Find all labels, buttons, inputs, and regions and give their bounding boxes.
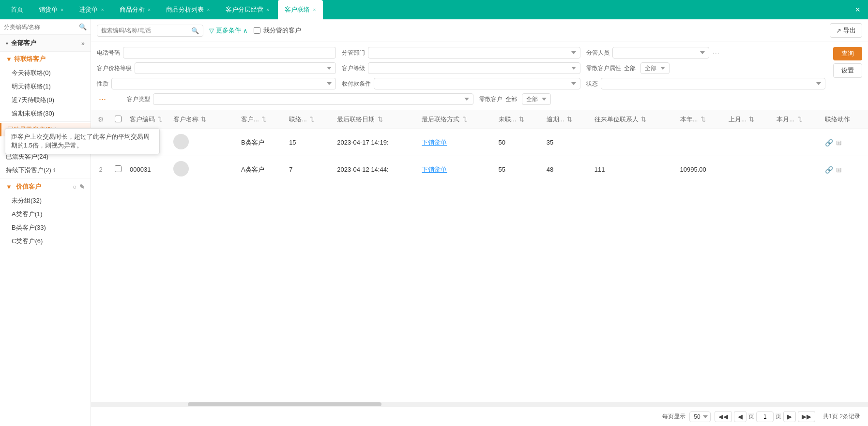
last-page-btn[interactable]: ▶▶ (798, 411, 815, 422)
table-settings-icon[interactable]: ⚙ (98, 116, 104, 123)
nav-home[interactable]: 首页 (4, 0, 30, 19)
sidebar-item-overdue[interactable]: 逾期未联络(30) (0, 107, 91, 120)
h-scroll-thumb[interactable] (188, 402, 381, 406)
horizontal-scrollbar[interactable] (91, 402, 868, 407)
sidebar-group-pending[interactable]: ▼ 待联络客户 (0, 52, 91, 66)
nav-product-list-close[interactable]: × (207, 7, 210, 13)
col-name-header[interactable]: 客户名称 ⇅ (169, 110, 237, 129)
col-contact-sort[interactable]: ⇅ (309, 116, 315, 123)
col-code-header[interactable]: 客户编码 ⇅ (126, 110, 169, 129)
settings-button[interactable]: 设置 (833, 63, 862, 78)
first-page-btn[interactable]: ◀◀ (715, 411, 732, 422)
value-settings-icon[interactable]: ✎ (79, 183, 85, 191)
col-last-month-header[interactable]: 上月... ⇅ (725, 110, 773, 129)
sidebar-group-value[interactable]: ▼ 价值客户 ○ ✎ (0, 179, 91, 194)
row-2-not-contact-text: 55 (499, 166, 505, 173)
filter-person-select[interactable] (612, 47, 709, 59)
window-close-button[interactable]: × (851, 5, 864, 15)
nav-customer-tier[interactable]: 客户分层经营 × (219, 0, 276, 19)
col-unit-contact-sort[interactable]: ⇅ (641, 116, 646, 123)
col-this-month-sort[interactable]: ⇅ (797, 116, 803, 123)
nav-customer-contact-close[interactable]: × (313, 7, 316, 13)
per-page-select[interactable]: 50 (689, 411, 711, 422)
col-last-date-header[interactable]: 最后联络日期 ⇅ (333, 110, 418, 129)
export-button[interactable]: ↗ 导出 (830, 23, 862, 38)
sidebar-item-today[interactable]: 今天待联络(0) (0, 66, 91, 80)
sidebar-item-class-b[interactable]: B类客户(33) (0, 221, 91, 235)
row-2-last-method-link[interactable]: 下销货单 (422, 166, 447, 173)
col-code-label: 客户编码 (130, 116, 155, 123)
row-1-overdue: 35 (543, 129, 591, 156)
col-last-method-sort[interactable]: ⇅ (462, 116, 468, 123)
filter-price-tier-select[interactable] (135, 62, 336, 74)
col-overdue-sort[interactable]: ⇅ (567, 116, 572, 123)
col-this-year-header[interactable]: 本年... ⇅ (676, 110, 725, 129)
row-1-link-icon[interactable]: 🔗 (825, 139, 833, 147)
col-this-month-header[interactable]: 本月... ⇅ (773, 110, 821, 129)
sidebar-search-icon[interactable]: 🔍 (79, 23, 87, 30)
filter-retail-attr-select[interactable]: 全部 (640, 62, 670, 74)
filter-customer-type-select[interactable] (153, 93, 473, 105)
filter-customer-grade-select[interactable] (368, 62, 581, 74)
sidebar-item-class-c[interactable]: C类客户(6) (0, 235, 91, 248)
row-2-action-icons: 🔗 ⊞ (825, 166, 864, 174)
more-conditions-btn[interactable]: ▽ 更多条件 ∧ (209, 26, 248, 35)
col-not-contact-sort[interactable]: ⇅ (519, 116, 524, 123)
filter-more-btn[interactable]: ··· (97, 94, 108, 104)
filter-payment-select[interactable] (374, 78, 581, 89)
row-1-last-method-link[interactable]: 下销货单 (422, 139, 447, 146)
col-code-sort[interactable]: ⇅ (157, 116, 163, 123)
my-customers-checkbox[interactable] (254, 27, 260, 34)
filter-status-select[interactable] (601, 78, 825, 89)
select-all-checkbox[interactable] (115, 116, 122, 122)
nav-customer-tier-close[interactable]: × (266, 7, 269, 13)
all-customers-header[interactable]: ▪ 全部客户 » (0, 35, 91, 52)
nav-sales[interactable]: 销货单 × (32, 0, 70, 19)
col-name-sort[interactable]: ⇅ (201, 116, 206, 123)
col-type-sort[interactable]: ⇅ (261, 116, 267, 123)
nav-sales-close[interactable]: × (61, 7, 63, 13)
filter-person-more[interactable]: ··· (712, 48, 719, 58)
customer-search-input[interactable] (101, 27, 188, 34)
nav-product-list[interactable]: 商品分析列表 × (159, 0, 216, 19)
prev-page-btn[interactable]: ◀ (734, 411, 746, 422)
col-last-method-header[interactable]: 最后联络方式 ⇅ (418, 110, 494, 129)
row-1-not-contact-text: 50 (499, 139, 505, 146)
row-2-checkbox[interactable] (115, 165, 122, 172)
nav-customer-contact[interactable]: 客户联络 × (278, 0, 322, 19)
row-2-grid-icon[interactable]: ⊞ (836, 166, 842, 174)
row-2-link-icon[interactable]: 🔗 (825, 166, 833, 174)
nav-product-analysis[interactable]: 商品分析 × (113, 0, 157, 19)
nav-purchase-close[interactable]: × (101, 7, 104, 13)
filter-retail-select[interactable]: 全部 (522, 93, 551, 105)
col-unit-contact-header[interactable]: 往来单位联系人 ⇅ (591, 110, 676, 129)
sidebar-item-tomorrow[interactable]: 明天待联络(1) (0, 80, 91, 93)
col-last-month-sort[interactable]: ⇅ (749, 116, 754, 123)
page-input[interactable] (756, 411, 774, 422)
value-edit-icon[interactable]: ○ (73, 183, 76, 191)
sidebar-item-declining[interactable]: 持续下滑客户(2) ℹ (0, 163, 91, 177)
filter-retail: 零散客户 全部 全部 (479, 93, 826, 105)
customer-search-icon[interactable]: 🔍 (191, 27, 199, 34)
filter-nature-select[interactable] (111, 78, 336, 89)
next-page-btn[interactable]: ▶ (783, 411, 796, 422)
col-this-year-sort[interactable]: ⇅ (700, 116, 706, 123)
col-overdue-header[interactable]: 逾期... ⇅ (543, 110, 591, 129)
row-1-grid-icon[interactable]: ⊞ (836, 139, 842, 147)
query-button[interactable]: 查询 (833, 47, 862, 60)
nav-purchase[interactable]: 进货单 × (72, 0, 110, 19)
sidebar-item-7days[interactable]: 近7天待联络(0) (0, 93, 91, 107)
sidebar-item-unclassified[interactable]: 未分组(32) (0, 194, 91, 207)
sidebar-item-class-a[interactable]: A类客户(1) (0, 207, 91, 221)
nav-product-analysis-close[interactable]: × (148, 7, 151, 13)
col-type-header[interactable]: 客户... ⇅ (237, 110, 285, 129)
per-page-label: 每页显示 (662, 412, 685, 421)
filter-phone-input[interactable] (123, 47, 336, 59)
sidebar-expand-icon[interactable]: » (81, 40, 85, 47)
col-last-date-sort[interactable]: ⇅ (378, 116, 383, 123)
col-contact-header[interactable]: 联络... ⇅ (285, 110, 333, 129)
filter-dept-select[interactable] (368, 47, 581, 59)
sidebar-search-input[interactable] (4, 24, 77, 30)
col-not-contact-header[interactable]: 未联... ⇅ (495, 110, 543, 129)
row-2-last-method: 下销货单 (418, 156, 494, 183)
